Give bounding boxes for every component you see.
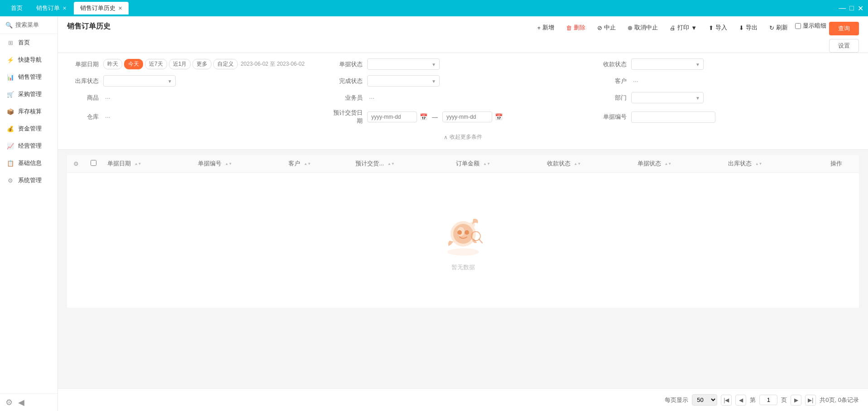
col-receipt-status: 收款状态 ▲▼	[542, 155, 632, 173]
sidebar-item-sales-label: 销售管理	[18, 73, 42, 81]
table-checkbox-col	[85, 155, 102, 173]
select-all-checkbox[interactable]	[91, 160, 96, 166]
purchase-icon: 🛒	[6, 90, 14, 98]
bill-no-input[interactable]	[631, 111, 715, 123]
import-label: 导入	[715, 24, 727, 32]
sidebar-item-sales-mgmt[interactable]: 📊 销售管理	[0, 68, 58, 86]
receipt-status-label: 收款状态	[595, 60, 631, 68]
import-button[interactable]: ⬆ 导入	[704, 22, 732, 34]
next-page-btn[interactable]: ▶	[791, 395, 801, 406]
stop-icon: ⊘	[597, 24, 602, 31]
date-7days-btn[interactable]: 近7天	[145, 59, 167, 69]
date-custom-btn[interactable]: 自定义	[213, 59, 238, 69]
tab-sales-order-close[interactable]: ✕	[62, 5, 67, 11]
tab-sales-order-history-close[interactable]: ✕	[118, 5, 122, 11]
tab-sales-order[interactable]: 销售订单 ✕	[30, 2, 73, 15]
sidebar-item-system-mgmt[interactable]: ⚙ 系统管理	[0, 172, 58, 189]
col-delivery-label: 预计交货...	[355, 160, 384, 167]
complete-label: 完成状态	[331, 77, 367, 85]
new-icon: +	[537, 24, 541, 31]
sidebar-item-basic-info[interactable]: 📋 基础信息	[0, 155, 58, 172]
calendar-end-icon[interactable]: 📅	[495, 113, 503, 121]
sidebar-item-quick-nav[interactable]: ⚡ 快捷导航	[0, 51, 58, 68]
cancel-stop-button[interactable]: ⊗ 取消中止	[623, 22, 662, 34]
close-icon[interactable]: ✕	[858, 4, 863, 13]
display-cols-checkbox[interactable]	[795, 23, 801, 29]
delivery-date-end[interactable]	[442, 111, 492, 122]
sort-bill-status-icon[interactable]: ▲▼	[664, 162, 671, 166]
complete-select[interactable]	[367, 75, 440, 87]
sidebar-item-operations[interactable]: 📈 经营管理	[0, 137, 58, 155]
salesperson-dots[interactable]: ···	[369, 94, 374, 102]
sort-customer-icon[interactable]: ▲▼	[304, 162, 311, 166]
collapse-row[interactable]: ∧ 收起更多条件	[67, 131, 859, 144]
sidebar-collapse-icon[interactable]: ◀	[18, 397, 24, 407]
dept-select[interactable]	[631, 92, 704, 103]
tab-home[interactable]: 首页	[5, 2, 29, 15]
goods-dots[interactable]: ···	[105, 94, 110, 102]
sidebar-search[interactable]: 🔍 搜索菜单	[0, 16, 58, 34]
export-button[interactable]: ⬇ 导出	[734, 22, 762, 34]
last-page-btn[interactable]: ▶|	[805, 395, 816, 406]
salesperson-control: ···	[367, 94, 595, 102]
date-today-btn[interactable]: 今天	[124, 59, 143, 69]
empty-state: 暂无数据	[67, 173, 859, 308]
minimize-icon[interactable]: —	[839, 4, 846, 12]
inventory-icon: 📦	[6, 107, 14, 116]
sort-delivery-icon[interactable]: ▲▼	[388, 162, 395, 166]
finance-icon: 💰	[6, 125, 14, 133]
prev-page-btn[interactable]: ◀	[735, 395, 746, 406]
date-more-btn[interactable]: 更多	[192, 59, 211, 69]
window-actions: — □ ✕	[839, 4, 863, 13]
refresh-button[interactable]: ↻ 刷新	[765, 22, 792, 34]
export-icon: ⬇	[739, 24, 744, 31]
query-button[interactable]: 查询	[829, 22, 859, 35]
page-size-select[interactable]: 10 20 50 100	[692, 394, 717, 406]
sidebar-item-home[interactable]: ⊞ 首页	[0, 34, 58, 51]
setting-button[interactable]: 设置	[829, 39, 859, 53]
first-page-btn[interactable]: |◀	[721, 395, 732, 406]
receipt-status-select-wrap	[631, 58, 704, 70]
sidebar-item-finance[interactable]: 💰 资金管理	[0, 120, 58, 137]
date-yesterday-btn[interactable]: 昨天	[103, 59, 122, 69]
bill-status-select[interactable]	[367, 58, 440, 70]
calendar-start-icon[interactable]: 📅	[420, 113, 427, 121]
table-gear-icon[interactable]: ⚙	[73, 160, 79, 167]
new-button[interactable]: + 新增	[533, 22, 559, 34]
operations-icon: 📈	[6, 142, 14, 150]
print-button[interactable]: 🖨 打印 ▼	[665, 22, 701, 34]
main-layout: 🔍 搜索菜单 ⊞ 首页 ⚡ 快捷导航 📊 销售管理 🛒 采购管理 📦 库存核算 …	[0, 16, 868, 411]
sort-bill-no-icon[interactable]: ▲▼	[225, 162, 232, 166]
sidebar-item-purchase-mgmt[interactable]: 🛒 采购管理	[0, 86, 58, 103]
sort-stock-out-icon[interactable]: ▲▼	[755, 162, 762, 166]
col-bill-no-label: 单据编号	[198, 160, 221, 167]
maximize-icon[interactable]: □	[849, 4, 854, 12]
bill-status-control	[367, 58, 595, 70]
col-action: 操作	[813, 155, 859, 173]
tab-sales-order-history[interactable]: 销售订单历史 ✕	[74, 2, 129, 15]
sort-receipt-status-icon[interactable]: ▲▼	[574, 162, 581, 166]
sidebar-item-basic-info-label: 基础信息	[18, 159, 42, 167]
tab-sales-order-history-label: 销售订单历史	[80, 4, 115, 12]
sort-amount-icon[interactable]: ▲▼	[483, 162, 490, 166]
delete-label: 删除	[574, 24, 585, 32]
sidebar-item-inventory[interactable]: 📦 库存核算	[0, 103, 58, 120]
stock-out-select[interactable]	[103, 75, 176, 87]
dept-control	[631, 92, 859, 103]
print-icon: 🖨	[670, 24, 676, 31]
delete-button[interactable]: 🗑 删除	[561, 22, 590, 34]
stock-out-label: 出库状态	[67, 77, 103, 85]
sort-date-icon[interactable]: ▲▼	[134, 162, 142, 166]
sidebar-settings-icon[interactable]: ⚙	[5, 397, 13, 407]
customer-dots[interactable]: ···	[633, 77, 638, 85]
stop-label: 中止	[604, 24, 616, 32]
date-1month-btn[interactable]: 近1月	[169, 59, 191, 69]
delivery-date-start[interactable]	[367, 111, 417, 122]
table-area: ⚙ 单据日期 ▲▼ 单据编号 ▲▼	[58, 150, 868, 388]
stop-button[interactable]: ⊘ 中止	[593, 22, 620, 34]
receipt-status-select[interactable]	[631, 58, 704, 70]
display-cols-label: 显示暗细	[803, 22, 826, 30]
warehouse-dots[interactable]: ···	[105, 113, 110, 121]
page-input[interactable]	[759, 395, 777, 405]
filter-row-2: 出库状态 完成状态 客户	[67, 75, 859, 87]
